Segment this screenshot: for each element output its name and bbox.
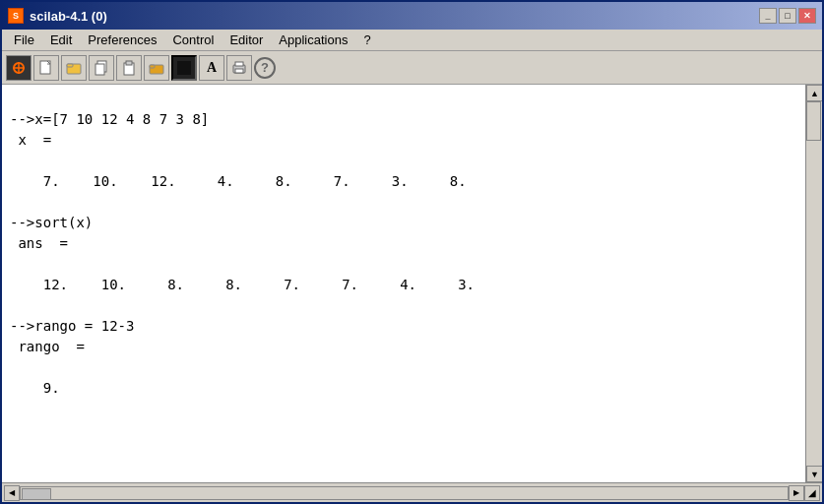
- menu-editor[interactable]: Editor: [222, 31, 271, 49]
- menu-preferences[interactable]: Preferences: [80, 31, 164, 49]
- toolbar-scilab-btn[interactable]: [6, 55, 32, 81]
- window-controls: _ □ ✕: [759, 8, 816, 24]
- title-bar: S scilab-4.1 (0) _ □ ✕: [2, 2, 822, 30]
- resize-grip[interactable]: ◢: [804, 485, 820, 501]
- toolbar-copy-btn[interactable]: [89, 55, 114, 81]
- horizontal-scrollbar: ◀ ▶: [4, 485, 804, 501]
- h-scroll-track[interactable]: [20, 486, 789, 500]
- title-bar-left: S scilab-4.1 (0): [8, 8, 107, 24]
- svg-rect-16: [235, 69, 243, 73]
- toolbar: A ?: [2, 51, 822, 85]
- maximize-button[interactable]: □: [779, 8, 796, 24]
- toolbar-paste-btn[interactable]: [116, 55, 142, 81]
- menu-control[interactable]: Control: [164, 31, 222, 49]
- content-area: -->x=[7 10 12 4 8 7 3 8] x = 7. 10. 12. …: [2, 85, 822, 482]
- svg-rect-8: [95, 64, 104, 75]
- toolbar-print-btn[interactable]: [226, 55, 252, 81]
- console-output[interactable]: -->x=[7 10 12 4 8 7 3 8] x = 7. 10. 12. …: [2, 85, 805, 482]
- menu-edit[interactable]: Edit: [42, 31, 80, 49]
- minimize-button[interactable]: _: [759, 8, 777, 24]
- scroll-right-button[interactable]: ▶: [789, 485, 804, 501]
- toolbar-stop-btn[interactable]: [171, 55, 197, 81]
- svg-rect-10: [126, 61, 132, 65]
- menu-file[interactable]: File: [6, 31, 42, 49]
- svg-rect-12: [150, 65, 155, 68]
- main-window: S scilab-4.1 (0) _ □ ✕ File Edit Prefere…: [0, 0, 824, 504]
- toolbar-new-btn[interactable]: [33, 55, 59, 81]
- h-scroll-thumb[interactable]: [22, 488, 51, 500]
- toolbar-font-btn[interactable]: A: [199, 55, 224, 81]
- toolbar-folder-btn[interactable]: [144, 55, 169, 81]
- menu-bar: File Edit Preferences Control Editor App…: [2, 30, 822, 51]
- scroll-left-button[interactable]: ◀: [4, 485, 20, 501]
- menu-applications[interactable]: Applications: [271, 31, 355, 49]
- toolbar-help-btn[interactable]: ?: [254, 57, 276, 79]
- svg-rect-6: [67, 64, 73, 67]
- window-title: scilab-4.1 (0): [30, 9, 107, 24]
- app-icon: S: [8, 8, 24, 24]
- scroll-thumb[interactable]: [806, 101, 821, 141]
- menu-help[interactable]: ?: [355, 31, 378, 49]
- toolbar-open-btn[interactable]: [61, 55, 87, 81]
- svg-rect-13: [177, 61, 191, 75]
- svg-rect-15: [235, 62, 243, 66]
- bottom-bar: ◀ ▶ ◢: [2, 482, 822, 502]
- scroll-track[interactable]: [806, 101, 822, 466]
- vertical-scrollbar: ▲ ▼: [805, 85, 822, 482]
- scroll-down-button[interactable]: ▼: [806, 466, 822, 482]
- console-text: -->x=[7 10 12 4 8 7 3 8] x = 7. 10. 12. …: [10, 89, 797, 399]
- scroll-up-button[interactable]: ▲: [806, 85, 822, 101]
- close-button[interactable]: ✕: [798, 8, 816, 24]
